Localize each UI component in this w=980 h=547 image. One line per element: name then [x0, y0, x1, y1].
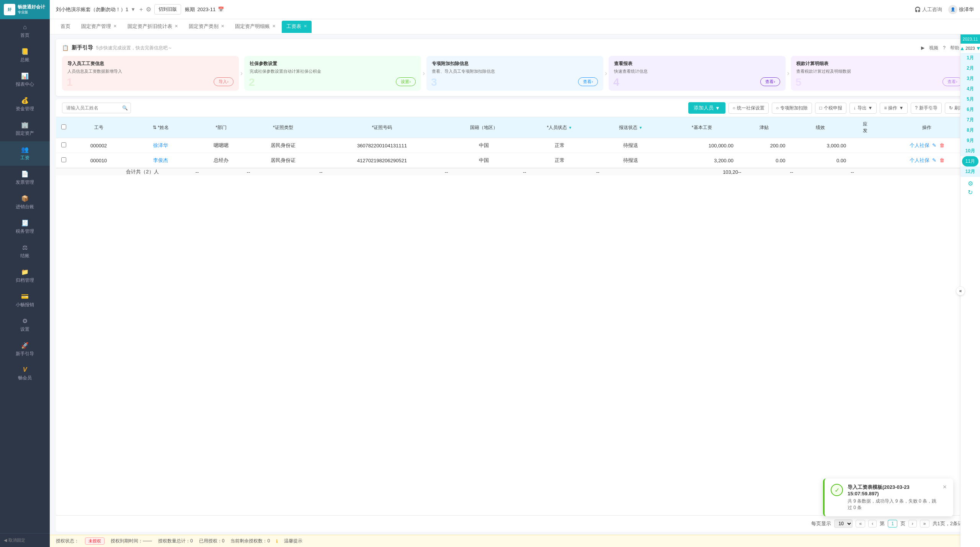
sidebar-item-label: 结账 — [20, 253, 29, 259]
row-checkbox[interactable] — [61, 142, 66, 147]
tax-icon: 🧾 — [21, 219, 29, 227]
last-page-btn[interactable]: » — [920, 520, 929, 527]
sidebar-item-tax[interactable]: 🧾 税务管理 — [0, 215, 50, 239]
capital-icon: 💰 — [21, 97, 29, 104]
sidebar-item-member[interactable]: V 畅会员 — [0, 362, 50, 386]
employee-name-link[interactable]: 李俊杰 — [153, 157, 168, 163]
date-panel-expand-btn[interactable]: « — [956, 286, 965, 296]
date-month-8[interactable]: 8月 — [960, 125, 980, 136]
report-filter-icon[interactable]: ▼ — [639, 126, 643, 130]
sidebar-item-capital[interactable]: 💰 资金管理 — [0, 92, 50, 117]
social-security-btn[interactable]: ○ 统一社保设置 — [728, 103, 769, 114]
add-company-icon[interactable]: + — [139, 6, 143, 13]
toast-desc: 共 9 条数据，成功导入 9 条，失败 0 条，跳过 0 条 — [848, 498, 938, 511]
tax-report-btn[interactable]: □ 个税申报 — [815, 103, 846, 114]
operations-btn[interactable]: ≡ 操作 ▼ — [880, 103, 908, 114]
step-4-btn[interactable]: 查看› — [760, 77, 780, 86]
next-page-btn[interactable]: › — [908, 520, 917, 527]
special-deduction-btn[interactable]: ○ 专项附加扣除 — [772, 103, 812, 114]
date-month-9[interactable]: 9月 — [960, 136, 980, 146]
date-month-1[interactable]: 1月 — [960, 53, 980, 63]
cell-report-status: 待报送 — [596, 153, 665, 168]
video-label[interactable]: 视频 — [929, 45, 938, 51]
step-2-btn[interactable]: 设置› — [396, 77, 416, 86]
step-5-btn[interactable]: 查看› — [942, 77, 962, 86]
date-month-4[interactable]: 4月 — [960, 84, 980, 94]
tab-close-icon[interactable]: ✕ — [304, 24, 307, 29]
select-all-checkbox[interactable] — [61, 124, 66, 129]
sidebar-item-label: 归档管理 — [16, 277, 34, 284]
first-page-btn[interactable]: « — [856, 520, 865, 527]
sidebar-item-label: 总账 — [20, 57, 29, 63]
employee-name-link[interactable]: 徐泽华 — [153, 142, 168, 148]
sidebar-item-home[interactable]: ⌂ 首页 — [0, 19, 50, 43]
footer-blank-9: -- — [851, 168, 880, 175]
calendar-icon[interactable]: 📅 — [218, 7, 224, 12]
cell-performance: 3,000.00 — [790, 138, 851, 153]
year-up-icon[interactable]: ▲ — [959, 45, 965, 51]
year-down-icon[interactable]: ▼ — [976, 45, 980, 51]
sidebar-item-report[interactable]: 📊 报表中心 — [0, 68, 50, 92]
sidebar-item-expense[interactable]: 💳 小畅报销 — [0, 288, 50, 313]
personal-social-link[interactable]: 个人社保 — [910, 142, 929, 148]
period-value[interactable]: 2023-11 — [197, 7, 216, 12]
personal-social-link[interactable]: 个人社保 — [910, 157, 929, 163]
cancel-fixed-btn[interactable]: ◀ 取消固定 — [0, 533, 50, 547]
user-menu[interactable]: 👤 徐泽华 — [948, 5, 974, 14]
sidebar-item-invoice[interactable]: 📄 发票管理 — [0, 166, 50, 190]
delete-icon[interactable]: 🗑 — [939, 157, 944, 163]
support-btn[interactable]: 🎧 人工咨询 — [915, 6, 942, 13]
version-btn[interactable]: 切到旧版 — [154, 4, 181, 15]
tab-depreciation[interactable]: 固定资产折旧统计表 ✕ — [123, 21, 183, 33]
tab-close-icon[interactable]: ✕ — [272, 24, 276, 29]
step-3-btn[interactable]: 查看› — [578, 77, 598, 86]
search-input[interactable] — [66, 105, 120, 111]
company-selector[interactable]: 刘小艳演示账套（勿删勿动！）1 ▼ — [56, 6, 136, 13]
step-1-btn[interactable]: 导入› — [214, 77, 234, 86]
sidebar-item-archive[interactable]: 📁 归档管理 — [0, 264, 50, 288]
add-person-btn[interactable]: 添加人员 ▼ — [688, 102, 725, 114]
sidebar-item-settings[interactable]: ⚙ 设置 — [0, 313, 50, 337]
date-month-12[interactable]: 12月 — [960, 167, 980, 177]
date-month-11[interactable]: 11月 — [962, 156, 978, 167]
sidebar-item-salary[interactable]: 👥 工资 — [0, 141, 50, 166]
sidebar-item-settle[interactable]: ⚖ 结账 — [0, 239, 50, 264]
tab-detail[interactable]: 固定资产明细账 ✕ — [230, 21, 280, 33]
tab-home[interactable]: 首页 — [56, 21, 75, 33]
sidebar-item-ledger[interactable]: 📒 总账 — [0, 43, 50, 68]
date-month-10[interactable]: 10月 — [960, 146, 980, 156]
tab-fixed-assets[interactable]: 固定资产管理 ✕ — [77, 21, 121, 33]
col-id: 工号 — [71, 117, 126, 138]
company-name: 刘小艳演示账套（勿删勿动！）1 — [56, 6, 128, 13]
guide-step-3: 专项附加扣除信息 查看、导入员工专项附加扣除信息 3 查看› — [426, 56, 603, 91]
prev-page-btn[interactable]: ‹ — [868, 520, 877, 527]
date-month-2[interactable]: 2月 — [960, 63, 980, 73]
gear-icon[interactable]: ⚙ — [146, 6, 151, 13]
tab-category[interactable]: 固定资产类别 ✕ — [184, 21, 229, 33]
date-panel-settings-icon[interactable]: ⚙ — [968, 180, 973, 187]
row-checkbox[interactable] — [61, 157, 66, 162]
status-filter-icon[interactable]: ▼ — [568, 126, 572, 130]
tab-close-icon[interactable]: ✕ — [113, 24, 117, 29]
sidebar-item-guide[interactable]: 🚀 新手引导 — [0, 337, 50, 362]
sidebar-item-fixed[interactable]: 🏢 固定资产 — [0, 117, 50, 141]
date-month-3[interactable]: 3月 — [960, 73, 980, 84]
edit-icon[interactable]: ✎ — [932, 142, 936, 148]
tab-close-icon[interactable]: ✕ — [221, 24, 224, 29]
tab-salary[interactable]: 工资表 ✕ — [282, 21, 312, 33]
sidebar-item-inventory[interactable]: 📦 进销台账 — [0, 190, 50, 215]
search-icon[interactable]: 🔍 — [122, 105, 128, 111]
tab-close-icon[interactable]: ✕ — [175, 24, 178, 29]
delete-icon[interactable]: 🗑 — [939, 142, 944, 148]
edit-icon[interactable]: ✎ — [932, 157, 936, 163]
date-panel-refresh-icon[interactable]: ↻ — [968, 189, 973, 196]
sidebar-nav: ⌂ 首页 📒 总账 📊 报表中心 💰 资金管理 🏢 固定资产 👥 工资 📄 发票… — [0, 19, 50, 533]
page-size-select[interactable]: 10 20 50 — [834, 519, 853, 528]
date-month-5[interactable]: 5月 — [960, 94, 980, 105]
toast-close-btn[interactable]: ✕ — [942, 484, 947, 490]
date-month-7[interactable]: 7月 — [960, 115, 980, 125]
export-btn[interactable]: ↓ 导出 ▼ — [849, 103, 877, 114]
date-month-6[interactable]: 6月 — [960, 105, 980, 115]
table-row: 000002 徐泽华 嗯嗯嗯 居民身份证 360782200104131111 … — [56, 138, 974, 153]
new-guide-btn[interactable]: ? 新手引导 — [911, 103, 942, 114]
